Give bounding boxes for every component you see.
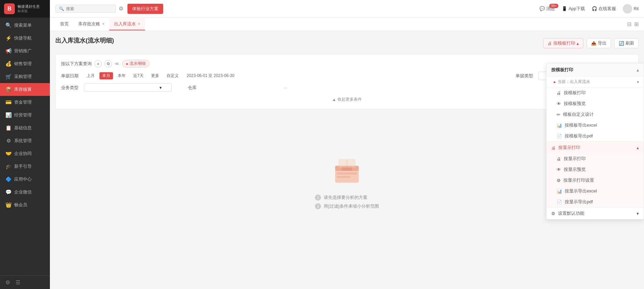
dropdown-chevron-up-icon[interactable]: [637, 68, 639, 73]
sidebar-item-wechat[interactable]: 💬 企业微信: [0, 186, 50, 199]
chart-icon: 📊: [5, 112, 11, 118]
step-2-num: 2: [315, 203, 321, 209]
sidebar-item-basic[interactable]: 📋 基础信息: [0, 122, 50, 134]
cart-icon: 🛒: [5, 74, 11, 80]
template-section: 🖨 按模板打印 👁 按模板预览 ✏ 模板自定义设计 📊 按模板导出excel 📄: [547, 87, 644, 142]
display-preview-item[interactable]: 👁 按显示预览: [547, 164, 644, 175]
sidebar-item-system[interactable]: ⚙ 系统管理: [0, 134, 50, 147]
svg-rect-4: [337, 176, 350, 178]
footer-settings-icon: ⚙: [551, 211, 555, 216]
sidebar-item-member[interactable]: 👑 畅会员: [0, 199, 50, 211]
message-button[interactable]: 💬 消息 99+: [539, 6, 555, 12]
display-excel-icon: 📊: [557, 189, 562, 194]
avatar: [623, 4, 632, 14]
tab-batch-account-close[interactable]: ×: [102, 22, 105, 26]
filter-add-button[interactable]: +: [94, 60, 102, 68]
message-icon: 💬: [539, 6, 545, 11]
template-excel-icon: 📊: [557, 123, 562, 128]
current-chevron-icon: [637, 80, 639, 84]
sidebar-item-collab[interactable]: 🤝 企业协同: [0, 147, 50, 160]
filter-collapse-icon[interactable]: ≪: [115, 61, 119, 66]
app-download-button[interactable]: 📱 App下载: [562, 6, 585, 12]
date-tab-last-month[interactable]: 上月: [84, 72, 97, 79]
sidebar-item-label: 系统管理: [14, 138, 32, 144]
display-export-pdf-item[interactable]: 📄 按显示导出pdf: [547, 196, 644, 207]
date-tab-custom[interactable]: 自定义: [164, 72, 181, 79]
app-version: 标准版: [18, 9, 40, 14]
warehouse-select[interactable]: ···: [202, 84, 296, 91]
bottom-settings-icon[interactable]: ⚙: [5, 279, 10, 286]
export-label: 导出: [598, 40, 607, 46]
tab-home[interactable]: 首页: [55, 18, 74, 30]
topbar-search-box[interactable]: 🔍: [55, 5, 116, 13]
date-tab-this-year[interactable]: 本年: [115, 72, 128, 79]
filter-settings-button[interactable]: ⚙: [105, 60, 112, 68]
search-input[interactable]: [66, 6, 107, 11]
template-preview-item[interactable]: 👁 按模板预览: [547, 98, 644, 109]
sidebar-nav: 🔍 搜索菜单 ⚡ 快捷导航 📢 营销推广 💰 销售管理 🛒 采购管理 📦 库存核…: [0, 18, 50, 275]
display-section-label: 按显示打印: [558, 144, 580, 151]
sidebar-item-sales[interactable]: 💰 销售管理: [0, 57, 50, 70]
template-print-item[interactable]: 🖨 按模板打印: [547, 87, 644, 98]
display-print-settings-item[interactable]: ⚙ 按显示打印设置: [547, 175, 644, 186]
date-tab-this-month[interactable]: 本月: [99, 72, 113, 79]
warehouse-more-icon[interactable]: ···: [283, 85, 287, 90]
current-section: ● 当前：出入库流水: [547, 77, 644, 87]
print-label: 按模板打印: [553, 40, 575, 46]
display-section-header[interactable]: 🖨 按显示打印: [547, 142, 644, 153]
sidebar-item-search[interactable]: 🔍 搜索菜单: [0, 19, 50, 32]
tab-batch-account-label: 库存批次账: [78, 21, 100, 27]
tab-maximize-icon[interactable]: ⊞: [634, 21, 639, 27]
sidebar-item-label: 销售管理: [14, 61, 32, 67]
date-tab-more[interactable]: 更多: [148, 72, 162, 79]
tab-expand-controls: ⊟ ⊞: [627, 21, 639, 27]
user-avatar-area[interactable]: Rit: [623, 4, 639, 14]
tab-flow-close[interactable]: ×: [138, 22, 140, 26]
sidebar-item-marketing[interactable]: 📢 营销推广: [0, 45, 50, 57]
online-service-button[interactable]: 🎧 在线客服: [592, 6, 616, 12]
sidebar-item-label: 畅会员: [14, 202, 27, 208]
display-export-pdf-label: 按显示导出pdf: [565, 199, 593, 205]
tab-home-label: 首页: [60, 21, 69, 27]
trial-button[interactable]: 体验行业方案: [127, 4, 163, 14]
tab-flow[interactable]: 出入库流水 ×: [109, 18, 145, 30]
sidebar-item-operations[interactable]: 📊 经营管理: [0, 109, 50, 122]
sidebar-item-quick-nav[interactable]: ⚡ 快捷导航: [0, 32, 50, 45]
display-section: 🖨 按显示打印 🖨 按显示打印 👁 按显示预览 ⚙: [547, 142, 644, 208]
sidebar-item-finance[interactable]: 💳 资金管理: [0, 96, 50, 109]
template-custom-item[interactable]: ✏ 模板自定义设计: [547, 109, 644, 120]
sidebar-item-inventory[interactable]: 📦 库存核算: [0, 83, 50, 96]
topbar-gear-icon[interactable]: ⚙: [119, 5, 123, 12]
sidebar-item-label: 应用中心: [14, 176, 32, 182]
box-icon: 📦: [5, 86, 11, 93]
template-export-excel-item[interactable]: 📊 按模板导出excel: [547, 120, 644, 131]
display-print-item[interactable]: 🖨 按显示打印: [547, 153, 644, 164]
filter-tag-icon: ●: [126, 61, 128, 66]
sidebar-bottom: ⚙ ☰: [0, 275, 50, 289]
dropdown-header: 按模板打印: [547, 63, 644, 77]
display-pdf-icon: 📄: [557, 200, 562, 205]
display-export-excel-item[interactable]: 📊 按显示导出excel: [547, 186, 644, 196]
display-print-icon: 🖨: [557, 156, 561, 161]
tab-minimize-icon[interactable]: ⊟: [627, 21, 632, 27]
sidebar-item-guide[interactable]: 🎓 新手引导: [0, 160, 50, 173]
date-tab-7days[interactable]: 近7天: [130, 72, 146, 79]
bottom-menu-icon[interactable]: ☰: [16, 279, 20, 286]
filter-tag[interactable]: ● 流水明细: [122, 60, 149, 68]
money-icon: 💰: [5, 61, 11, 67]
speaker-icon: 📢: [5, 48, 11, 54]
sidebar-item-appstore[interactable]: 🔷 应用中心: [0, 173, 50, 186]
tab-batch-account[interactable]: 库存批次账 ×: [74, 18, 109, 30]
export-button[interactable]: 📤 导出: [587, 38, 611, 48]
app-logo: B 畅捷通好生意 标准版: [0, 0, 50, 18]
empty-step-1: 1 请先选择要分析的方案: [315, 194, 379, 201]
refresh-button[interactable]: 🔄 刷新: [614, 38, 639, 48]
print-button[interactable]: 🖨 按模板打印: [543, 38, 583, 48]
template-preview-icon: 👁: [557, 101, 561, 106]
dropdown-footer[interactable]: ⚙ 设置默认功能: [547, 208, 644, 219]
diamond-icon: 🔷: [5, 176, 11, 182]
template-export-pdf-item[interactable]: 📄 按模板导出pdf: [547, 131, 644, 141]
headset-icon: 🎧: [592, 6, 597, 11]
sidebar-item-purchase[interactable]: 🛒 采购管理: [0, 70, 50, 83]
biz-type-select[interactable]: [84, 83, 172, 92]
